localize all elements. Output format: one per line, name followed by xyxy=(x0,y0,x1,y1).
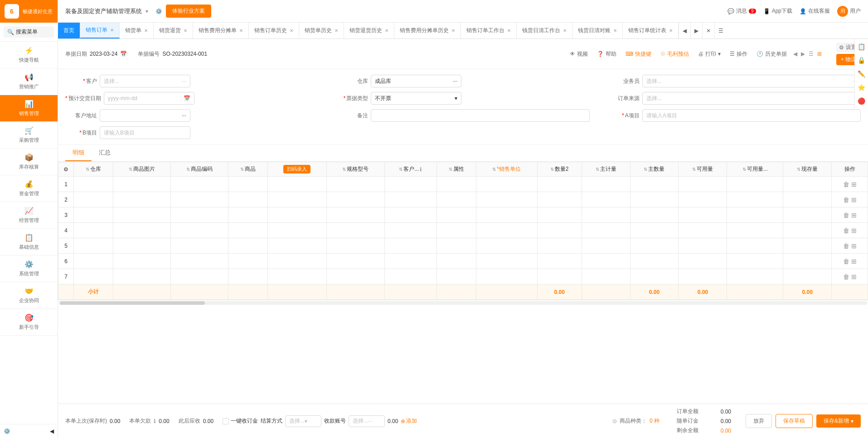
tab-close-icon[interactable]: ✕ xyxy=(451,28,455,33)
sidebar-item-guide[interactable]: 🎯 新手引导 xyxy=(0,309,58,336)
delivery-date-input[interactable]: yyyy-mm-dd 📅 xyxy=(104,92,194,105)
col-available-qty2-header[interactable]: ⇅可用量... xyxy=(727,162,783,177)
customer-addr-input[interactable]: ··· xyxy=(100,109,190,122)
delete-row-icon[interactable]: 🗑 xyxy=(843,273,849,280)
col-main-unit-header[interactable]: ⇅主计量 xyxy=(582,162,630,177)
tab-fee-history[interactable]: 销售费用分摊单历史 ✕ xyxy=(394,23,461,39)
delete-row-icon[interactable]: 🗑 xyxy=(843,227,849,234)
save-new-dropdown-icon[interactable]: ▾ xyxy=(851,418,853,424)
date-value[interactable]: 2023-03-24 xyxy=(90,51,117,57)
sidebar-collapse-icon[interactable]: ◀ xyxy=(50,428,54,434)
right-tool-lock[interactable]: 🔒 xyxy=(856,54,868,66)
remark-input[interactable] xyxy=(371,109,589,122)
form-view-icon[interactable]: ⊞ xyxy=(817,51,822,57)
row-product[interactable] xyxy=(228,177,268,192)
row-main-qty[interactable] xyxy=(630,192,679,207)
tab-cash-workbench[interactable]: 钱货日清工作台 ✕ xyxy=(517,23,572,39)
copy-row-icon[interactable]: ⊞ xyxy=(851,273,857,280)
order-source-input[interactable]: 选择... ▾ xyxy=(642,92,861,105)
tab-close-icon[interactable]: ✕ xyxy=(335,28,338,33)
right-tool-clipboard[interactable]: 📋 xyxy=(856,41,868,53)
col-warehouse-header[interactable]: ⇅仓库 xyxy=(74,162,113,177)
message-button[interactable]: 💬 消息 9 xyxy=(727,7,756,15)
copy-row-icon[interactable]: ⊞ xyxy=(851,242,857,250)
delete-row-icon[interactable]: 🗑 xyxy=(843,212,849,219)
sidebar-item-system[interactable]: ⚙️ 系统管理 xyxy=(0,255,58,282)
row-main-qty[interactable] xyxy=(630,177,679,192)
history-button[interactable]: 🕐 历史单据 xyxy=(754,49,790,59)
row-code[interactable] xyxy=(170,177,228,192)
row-qty2[interactable] xyxy=(537,192,582,207)
col-product-header[interactable]: ⇅商品 xyxy=(228,162,268,177)
nav-prev-icon[interactable]: ◀ xyxy=(793,51,797,57)
staff-input[interactable]: 选择... ··· xyxy=(642,75,861,87)
row-warehouse[interactable] xyxy=(74,192,113,207)
row-customer-code[interactable] xyxy=(384,177,436,192)
project-a-input[interactable]: 请输入A项目 xyxy=(642,109,861,122)
col-qty2-header[interactable]: ⇅数量2 xyxy=(537,162,582,177)
tab-sales-return[interactable]: 销货单 ✕ xyxy=(120,23,154,39)
help-button[interactable]: ❓ 帮助 xyxy=(594,49,619,59)
dropdown-icon[interactable]: ▾ xyxy=(145,8,148,14)
delete-row-icon[interactable]: 🗑 xyxy=(843,258,849,265)
tab-home[interactable]: 首页 xyxy=(58,23,80,39)
operations-button[interactable]: ☰ 操作 xyxy=(727,49,750,59)
sidebar-item-sales[interactable]: 📊 销售管理 xyxy=(0,95,58,122)
tab-close-icon[interactable]: ✕ xyxy=(290,28,293,33)
row-spec[interactable] xyxy=(327,177,384,192)
tab-prev-button[interactable]: ◀ xyxy=(679,23,690,39)
tab-detail[interactable]: 明细 xyxy=(65,145,92,161)
col-attribute-header[interactable]: ⇅属性 xyxy=(436,162,476,177)
sidebar-item-quick-nav[interactable]: ⚡ 快捷导航 xyxy=(0,42,58,68)
quick-order-checkbox[interactable] xyxy=(223,418,229,424)
copy-row-icon[interactable]: ⊞ xyxy=(851,212,857,219)
sidebar-item-finance[interactable]: 💰 资金管理 xyxy=(0,175,58,202)
scroll-thumb[interactable] xyxy=(60,301,205,305)
right-tool-edit[interactable]: ✏️ xyxy=(856,68,868,80)
customer-input[interactable]: 选择... ··· xyxy=(100,75,190,87)
search-menu-item[interactable]: 🔍 搜索菜单 xyxy=(4,26,54,38)
row-sales-unit[interactable] xyxy=(476,177,537,192)
tab-return-history[interactable]: 销货单历史 ✕ xyxy=(299,23,344,39)
project-b-input[interactable]: 请输入B项目 xyxy=(100,126,190,139)
tab-order-workbench[interactable]: 销售订单工作台 ✕ xyxy=(461,23,517,39)
settings-icon[interactable]: ⚙️ xyxy=(155,8,162,14)
calendar-icon[interactable]: 📅 xyxy=(120,51,127,57)
tab-sales-order[interactable]: 销售订单 ✕ xyxy=(80,23,120,39)
list-view-icon[interactable]: ☰ xyxy=(809,51,814,57)
tab-refund-history[interactable]: 销货退货历史 ✕ xyxy=(344,23,394,39)
col-main-qty-header[interactable]: ⇅主数量 xyxy=(630,162,679,177)
warehouse-input[interactable]: 成品库 ··· xyxy=(371,75,461,87)
gear-icon[interactable]: ⚙ xyxy=(63,166,68,173)
row-qty2[interactable] xyxy=(537,177,582,192)
row-main-unit[interactable] xyxy=(582,192,630,207)
tab-close-icon[interactable]: ✕ xyxy=(563,28,567,33)
shortcut-button[interactable]: ⌨ 快捷键 xyxy=(623,49,654,59)
col-code-header[interactable]: ⇅商品编码 xyxy=(170,162,228,177)
save-draft-button[interactable]: 保存草稿 xyxy=(776,414,813,428)
tab-fee-split[interactable]: 销售费用分摊单 ✕ xyxy=(193,23,249,39)
col-current-qty-header[interactable]: ⇅现存量 xyxy=(783,162,832,177)
row-attribute[interactable] xyxy=(436,192,476,207)
row-sales-unit[interactable] xyxy=(476,192,537,207)
delete-row-icon[interactable]: 🗑 xyxy=(843,242,849,250)
print-dropdown-icon[interactable]: ▾ xyxy=(718,51,721,57)
tab-close-icon[interactable]: ✕ xyxy=(507,28,511,33)
right-tool-alert[interactable]: 🔴 xyxy=(856,95,868,107)
delete-row-icon[interactable]: 🗑 xyxy=(843,196,849,203)
tab-order-stats[interactable]: 销售订单统计表 ✕ xyxy=(623,23,679,39)
account-select[interactable]: 选择... ··· xyxy=(349,415,385,427)
tab-close-icon[interactable]: ✕ xyxy=(385,28,388,33)
col-customer-code-header[interactable]: ⇅客户...ℹ xyxy=(384,162,436,177)
online-service-button[interactable]: 👤 在线客服 xyxy=(800,7,830,15)
row-product[interactable] xyxy=(228,192,268,207)
profit-forecast-button[interactable]: ☉ 毛利预估 xyxy=(658,49,692,59)
tab-close-icon[interactable]: ✕ xyxy=(613,28,617,33)
save-new-button[interactable]: 保存&新增 ▾ xyxy=(816,414,861,428)
scan-button[interactable]: 扫码录入 xyxy=(283,165,310,173)
tab-summary[interactable]: 汇总 xyxy=(92,145,118,161)
tab-close-icon[interactable]: ✕ xyxy=(184,28,187,33)
col-available-qty-header[interactable]: ⇅可用量 xyxy=(679,162,727,177)
tab-close-icon[interactable]: ✕ xyxy=(669,28,673,33)
col-spec-header[interactable]: ⇅规格型号 xyxy=(327,162,384,177)
